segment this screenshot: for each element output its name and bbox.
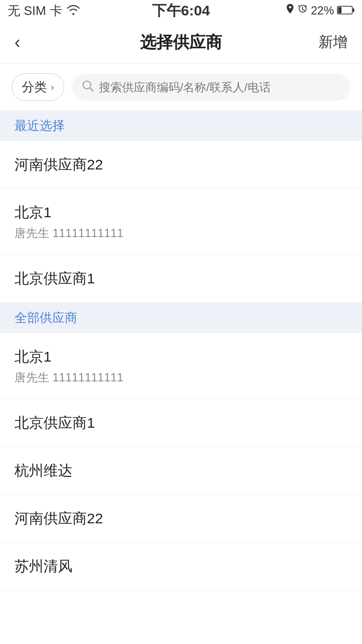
recent-items-list: 河南供应商22北京1唐先生 11111111111北京供应商1	[0, 141, 362, 303]
item-sub: 唐先生 11111111111	[14, 370, 348, 385]
item-sub: 唐先生 11111111111	[14, 225, 348, 241]
battery-icon	[337, 4, 354, 17]
alarm-icon	[297, 4, 308, 17]
list-item[interactable]: 北京供应商1	[0, 255, 362, 303]
status-time: 下午6:04	[152, 1, 210, 21]
svg-rect-1	[338, 7, 342, 14]
recent-section-label: 最近选择	[14, 118, 65, 133]
item-name: 杭州维达	[14, 461, 348, 481]
recent-section-header: 最近选择	[0, 111, 362, 141]
location-icon	[286, 4, 294, 17]
status-left: 无 SIM 卡	[8, 2, 81, 19]
search-icon	[82, 80, 94, 95]
nav-bar: ‹ 选择供应商 新增	[0, 21, 362, 64]
status-bar: 无 SIM 卡 下午6:04 22%	[0, 0, 362, 21]
page-title: 选择供应商	[140, 31, 222, 54]
list-item[interactable]: 河南供应商22	[0, 495, 362, 543]
list-item[interactable]: 北京1唐先生 11111111111	[0, 333, 362, 399]
back-button[interactable]: ‹	[14, 32, 43, 53]
all-section-header: 全部供应商	[0, 303, 362, 333]
filter-bar: 分类 ›	[0, 64, 362, 111]
list-item[interactable]: 河南供应商22	[0, 141, 362, 189]
all-section-label: 全部供应商	[14, 310, 77, 325]
list-item[interactable]: 苏州清风	[0, 543, 362, 590]
item-name: 北京1	[14, 347, 348, 367]
svg-rect-2	[353, 8, 354, 12]
list-item[interactable]: 北京供应商1	[0, 399, 362, 447]
item-name: 河南供应商22	[14, 154, 348, 175]
category-filter[interactable]: 分类 ›	[12, 73, 64, 101]
item-name: 河南供应商22	[14, 508, 348, 529]
status-right: 22%	[286, 4, 354, 17]
chevron-right-icon: ›	[51, 82, 54, 93]
item-name: 苏州清风	[14, 556, 348, 576]
list-item[interactable]: 北京1唐先生 11111111111	[0, 189, 362, 255]
battery-label: 22%	[311, 4, 334, 17]
carrier-label: 无 SIM 卡	[8, 2, 62, 19]
item-name: 北京1	[14, 202, 348, 223]
svg-line-4	[90, 88, 93, 91]
wifi-icon	[66, 3, 81, 18]
item-name: 北京供应商1	[14, 413, 348, 433]
all-items-list: 北京1唐先生 11111111111北京供应商1杭州维达河南供应商22苏州清风	[0, 333, 362, 590]
search-input[interactable]	[99, 81, 341, 94]
category-label: 分类	[22, 79, 47, 96]
item-name: 北京供应商1	[14, 268, 348, 289]
list-item[interactable]: 杭州维达	[0, 447, 362, 495]
search-bar	[72, 74, 350, 101]
add-button[interactable]: 新增	[319, 32, 348, 52]
